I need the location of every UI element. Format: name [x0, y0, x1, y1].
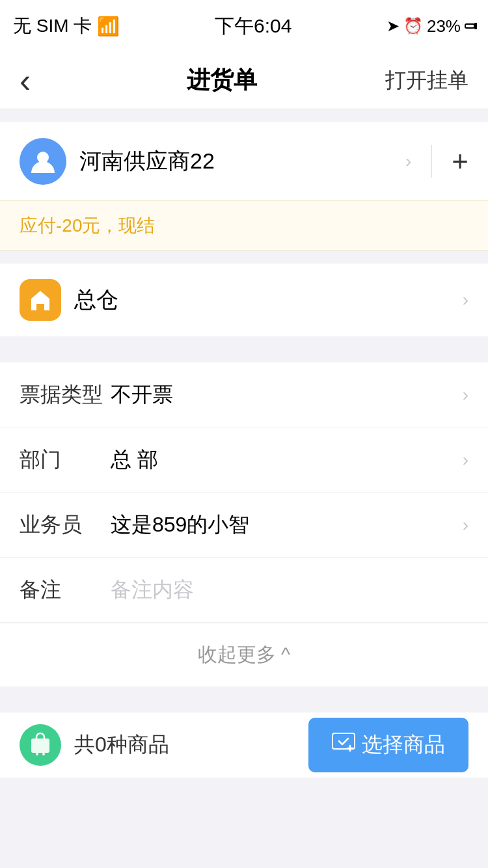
warehouse-section: 总仓 ›: [0, 264, 488, 336]
supplier-chevron-icon: ›: [405, 151, 411, 172]
section-divider-3: [0, 336, 488, 349]
remark-row[interactable]: 备注 备注内容: [0, 558, 488, 623]
svg-rect-4: [332, 733, 355, 749]
svg-rect-1: [31, 739, 49, 753]
battery-text: 23%: [427, 16, 461, 36]
supplier-section: 河南供应商22 › + 应付-20元，现结: [0, 122, 488, 251]
supplier-name: 河南供应商22: [79, 146, 405, 176]
supplier-row[interactable]: 河南供应商22 › +: [0, 122, 488, 200]
invoice-label: 票据类型: [20, 381, 104, 409]
section-divider-2: [0, 251, 488, 264]
status-bar: 无 SIM 卡 📶 下午6:04 ➤ ⏰ 23%: [0, 0, 488, 52]
warehouse-row[interactable]: 总仓 ›: [0, 264, 488, 336]
salesperson-value: 这是859的小智: [104, 511, 463, 539]
svg-point-2: [36, 753, 38, 755]
back-button[interactable]: ‹: [20, 61, 59, 100]
warehouse-chevron-icon: ›: [463, 290, 468, 310]
invoice-chevron-icon: ›: [463, 385, 468, 405]
salesperson-row[interactable]: 业务员 这是859的小智 ›: [0, 493, 488, 558]
remark-label: 备注: [20, 576, 104, 604]
supplier-avatar: [20, 138, 66, 185]
location-icon: ➤: [386, 17, 400, 35]
section-divider-1: [0, 109, 488, 122]
section-divider-4: [0, 686, 488, 699]
product-count: 共0种商品: [74, 731, 308, 759]
warehouse-name: 总仓: [74, 285, 463, 315]
dept-value: 总 部: [104, 446, 463, 474]
open-hang-button[interactable]: 打开挂单: [385, 66, 468, 95]
add-supplier-button[interactable]: +: [452, 145, 468, 178]
collapse-row[interactable]: 收起更多 ^: [0, 623, 488, 686]
select-product-icon: [332, 733, 355, 757]
salesperson-label: 业务员: [20, 511, 104, 539]
person-icon: [29, 147, 57, 176]
page-title: 进货单: [187, 64, 257, 96]
home-icon: [27, 287, 53, 313]
form-section: 票据类型 不开票 › 部门 总 部 › 业务员 这是859的小智 › 备注 备注…: [0, 362, 488, 686]
product-icon: [20, 724, 61, 766]
notice-text: 应付-20元，现结: [20, 215, 155, 236]
status-right: ➤ ⏰ 23%: [386, 16, 475, 36]
invoice-value: 不开票: [104, 381, 463, 409]
status-carrier: 无 SIM 卡 📶: [13, 14, 120, 38]
dept-chevron-icon: ›: [463, 450, 468, 470]
invoice-row[interactable]: 票据类型 不开票 ›: [0, 362, 488, 427]
select-product-label: 选择商品: [362, 731, 445, 759]
select-product-button[interactable]: 选择商品: [308, 718, 468, 772]
status-time: 下午6:04: [215, 13, 291, 40]
alarm-icon: ⏰: [403, 17, 423, 35]
battery-icon: [465, 23, 475, 29]
nav-bar: ‹ 进货单 打开挂单: [0, 52, 488, 109]
bottom-section: 共0种商品 选择商品: [0, 712, 488, 778]
salesperson-chevron-icon: ›: [463, 515, 468, 536]
wifi-icon: 📶: [97, 16, 120, 37]
notice-banner: 应付-20元，现结: [0, 200, 488, 251]
dept-row[interactable]: 部门 总 部 ›: [0, 427, 488, 493]
svg-point-3: [42, 753, 45, 755]
warehouse-icon: [20, 279, 61, 321]
dept-label: 部门: [20, 446, 104, 474]
remark-input[interactable]: 备注内容: [104, 576, 468, 604]
supplier-divider: [431, 145, 432, 178]
cart-icon: [27, 732, 53, 758]
bottom-gray-area: [0, 778, 488, 868]
collapse-text: 收起更多 ^: [198, 642, 290, 668]
